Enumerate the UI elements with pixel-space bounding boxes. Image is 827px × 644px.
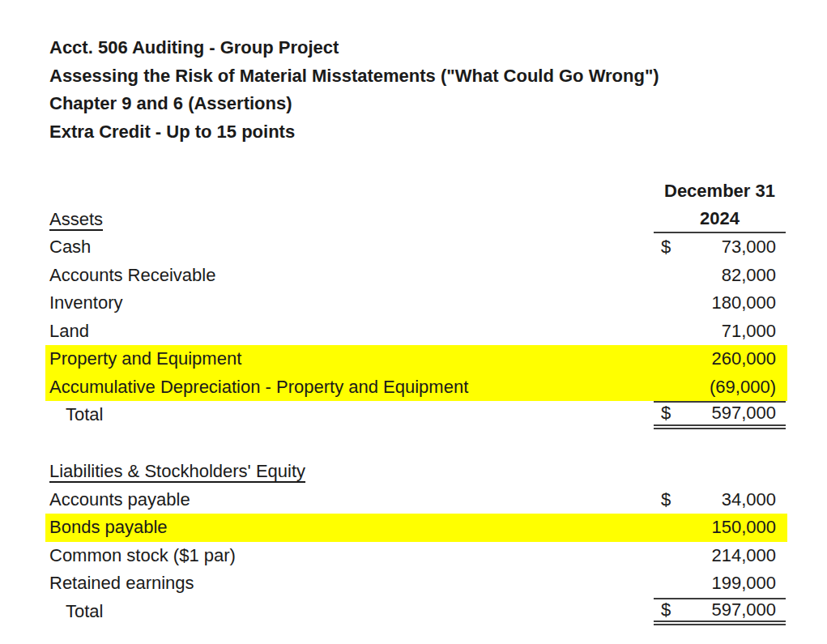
table-row: Inventory 180,000 — [45, 289, 787, 318]
amount-cell: 180,000 — [654, 289, 786, 318]
amount-cell: 199,000 — [654, 569, 786, 598]
liabilities-total-row: Total $ 597,000 — [45, 598, 787, 626]
row-amount: 150,000 — [711, 517, 776, 538]
year-column-header: 2024 — [654, 206, 786, 234]
table-row: Land 71,000 — [45, 318, 787, 346]
row-amount: 34,000 — [722, 489, 776, 510]
total-amount-cell: $ 597,000 — [654, 598, 786, 626]
row-amount: 260,000 — [711, 348, 776, 369]
row-label: Property and Equipment — [45, 348, 654, 369]
total-label: Total — [45, 601, 654, 622]
table-row: Accounts Receivable 82,000 — [45, 262, 787, 290]
empty-header-cell — [654, 458, 786, 486]
row-label: Land — [45, 321, 654, 342]
total-amount: 597,000 — [711, 403, 776, 424]
date-column-header: December 31 — [654, 177, 786, 206]
total-amount-cell: $ 597,000 — [654, 401, 786, 429]
title-line-course: Acct. 506 Auditing - Group Project — [49, 34, 659, 62]
row-amount: 180,000 — [711, 292, 776, 313]
currency-symbol: $ — [661, 237, 671, 258]
document-title-block: Acct. 506 Auditing - Group Project Asses… — [49, 34, 659, 147]
row-label: Accounts Receivable — [45, 265, 654, 286]
row-label: Bonds payable — [45, 517, 654, 538]
total-amount: 597,000 — [711, 599, 776, 621]
assets-section-title: Assets — [45, 209, 654, 230]
title-line-extra-credit: Extra Credit - Up to 15 points — [49, 118, 659, 147]
row-amount: 73,000 — [722, 237, 776, 258]
table-row: Liabilities & Stockholders' Equity — [45, 458, 787, 486]
row-label: Accumulative Depreciation - Property and… — [45, 377, 654, 398]
table-row: Accounts payable $ 34,000 — [45, 486, 787, 514]
table-row-highlighted: Property and Equipment 260,000 — [45, 345, 787, 373]
row-label: Common stock ($1 par) — [45, 545, 654, 566]
title-line-chapters: Chapter 9 and 6 (Assertions) — [49, 90, 659, 118]
row-label: Cash — [45, 237, 654, 258]
amount-cell: $ 34,000 — [654, 486, 786, 514]
row-amount: (69,000) — [710, 377, 776, 398]
assets-total-row: Total $ 597,000 — [45, 401, 787, 429]
amount-cell: 260,000 — [654, 345, 786, 373]
currency-symbol: $ — [661, 489, 671, 510]
total-label: Total — [45, 404, 654, 425]
balance-sheet-table: December 31 Assets 2024 Cash $ 73,000 Ac… — [45, 177, 787, 625]
row-label: Retained earnings — [45, 573, 654, 594]
title-line-subject: Assessing the Risk of Material Misstatem… — [49, 62, 659, 91]
row-amount: 214,000 — [711, 545, 776, 566]
table-row: December 31 — [45, 177, 787, 206]
amount-cell: (69,000) — [654, 373, 786, 402]
liabilities-section-title: Liabilities & Stockholders' Equity — [45, 461, 654, 482]
table-row: Assets 2024 — [45, 206, 787, 234]
amount-cell: 71,000 — [654, 318, 786, 346]
row-label: Inventory — [45, 292, 654, 313]
amount-cell: 150,000 — [654, 514, 786, 542]
row-amount: 71,000 — [722, 321, 776, 342]
table-row: Cash $ 73,000 — [45, 233, 787, 262]
table-row: Common stock ($1 par) 214,000 — [45, 542, 787, 570]
amount-cell: $ 73,000 — [654, 233, 786, 262]
section-spacer — [45, 429, 787, 458]
amount-cell: 82,000 — [654, 262, 786, 290]
table-row-highlighted: Accumulative Depreciation - Property and… — [45, 373, 787, 402]
currency-symbol: $ — [661, 599, 671, 621]
worksheet: Acct. 506 Auditing - Group Project Asses… — [0, 0, 827, 644]
row-amount: 199,000 — [711, 573, 776, 594]
currency-symbol: $ — [661, 403, 671, 424]
table-row: Retained earnings 199,000 — [45, 569, 787, 598]
row-amount: 82,000 — [722, 265, 776, 286]
amount-cell: 214,000 — [654, 542, 786, 570]
row-label: Accounts payable — [45, 489, 654, 510]
table-row-highlighted: Bonds payable 150,000 — [45, 514, 787, 542]
